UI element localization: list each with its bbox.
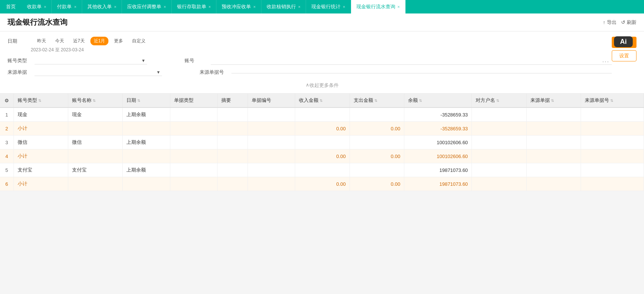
source-doc-num-input[interactable] xyxy=(231,72,612,73)
header-actions: ↑ 导出 ↺ 刷新 xyxy=(603,19,637,26)
nav-tab-receipts[interactable]: 收款单 × xyxy=(22,0,52,13)
table-cell: 上期余额 xyxy=(123,107,170,122)
table-cell: 上期余额 xyxy=(123,163,170,177)
table-cell xyxy=(170,163,217,177)
nav-tab-payments[interactable]: 付款单 × xyxy=(52,0,82,13)
table-cell xyxy=(170,122,217,136)
close-icon[interactable]: × xyxy=(164,4,166,9)
table-cell xyxy=(472,177,526,191)
export-button[interactable]: ↑ 导出 xyxy=(603,19,617,26)
th-date[interactable]: 日期⇅ xyxy=(123,94,170,107)
account-input[interactable]: ... xyxy=(211,56,612,65)
table-row[interactable]: 5支付宝支付宝上期余额19871073.60 xyxy=(0,163,644,177)
date-btn-yesterday[interactable]: 昨天 xyxy=(34,37,50,45)
date-btn-custom[interactable]: 自定义 xyxy=(129,37,149,45)
close-icon[interactable]: × xyxy=(343,4,345,9)
chevron-down-icon: ▾ xyxy=(157,69,160,75)
table-cell: 小计 xyxy=(14,149,68,163)
th-income[interactable]: 收入金额⇅ xyxy=(295,94,350,107)
table-cell xyxy=(350,163,404,177)
th-summary[interactable]: 摘要 xyxy=(217,94,248,107)
date-btn-today[interactable]: 今天 xyxy=(52,37,68,45)
sort-icon: ⇅ xyxy=(496,98,499,103)
table-cell xyxy=(295,163,350,177)
table-cell xyxy=(217,136,248,149)
nav-tab-bank-flow[interactable]: 现金银行流水查询 × xyxy=(351,0,405,13)
nav-tab-other-income[interactable]: 其他收入单 × xyxy=(82,0,122,13)
table-cell xyxy=(68,149,122,163)
export-icon: ↑ xyxy=(603,19,606,25)
sort-icon: ⇅ xyxy=(419,98,422,103)
th-account-type[interactable]: 账号类型⇅ xyxy=(14,94,68,107)
account-type-select[interactable]: ▾ xyxy=(35,57,147,64)
table-cell: 0.00 xyxy=(295,122,350,136)
filter-row-account-type: 账号类型 ▾ 账号 ... xyxy=(8,56,612,65)
table-row[interactable]: 2小计0.000.00-3528659.33 xyxy=(0,122,644,136)
nav-tab-bank-deposit[interactable]: 银行存取款单 × xyxy=(172,0,216,13)
close-icon[interactable]: × xyxy=(298,4,300,9)
th-counterpart[interactable]: 对方户名⇅ xyxy=(472,94,526,107)
table-cell xyxy=(526,122,581,136)
table-cell: 支付宝 xyxy=(14,163,68,177)
nav-tab-prepay-offset[interactable]: 预收冲应收单 × xyxy=(216,0,261,13)
refresh-button[interactable]: ↺ 刷新 xyxy=(621,19,636,26)
data-table: ⚙ 账号类型⇅ 账号名称⇅ 日期⇅ 单据类型 摘要 单据编号 收入金额⇅ 支出金… xyxy=(0,94,644,191)
th-source-doc-num[interactable]: 来源单据号⇅ xyxy=(581,94,644,107)
close-icon[interactable]: × xyxy=(74,4,76,9)
source-doc-label: 来源单据 xyxy=(8,69,27,76)
table-cell xyxy=(248,136,295,149)
th-doc-num[interactable]: 单据编号 xyxy=(248,94,295,107)
settings-button[interactable]: 设置 xyxy=(612,50,636,61)
table-cell xyxy=(68,177,122,191)
table-cell: 现金 xyxy=(14,107,68,122)
close-icon[interactable]: × xyxy=(44,4,46,9)
table-cell: 5 xyxy=(0,163,14,177)
table-cell: 微信 xyxy=(14,136,68,149)
close-icon[interactable]: × xyxy=(253,4,255,9)
table-cell: 支付宝 xyxy=(68,163,122,177)
th-source-doc[interactable]: 来源单据⇅ xyxy=(526,94,581,107)
date-range-display: 2023-02-24 至 2023-03-24 xyxy=(31,47,84,52)
date-btn-more[interactable]: 更多 xyxy=(111,37,126,45)
collapse-bar[interactable]: ∧ 收起更多条件 xyxy=(8,80,636,90)
table-cell xyxy=(581,122,644,136)
table-cell: 19871073.60 xyxy=(404,177,472,191)
nav-tab-receipt-verify[interactable]: 收款核销执行 × xyxy=(261,0,306,13)
nav-tab-ar-ap-adjust[interactable]: 应收应付调整单 × xyxy=(122,0,171,13)
date-options: 昨天 今天 近7天 近1月 更多 自定义 xyxy=(34,37,149,45)
refresh-icon: ↺ xyxy=(621,19,625,25)
account-type-label: 账号类型 xyxy=(8,57,27,64)
th-doc-type[interactable]: 单据类型 xyxy=(170,94,217,107)
table-cell xyxy=(170,107,217,122)
table-row[interactable]: 4小计0.000.00100102606.60 xyxy=(0,149,644,163)
close-icon[interactable]: × xyxy=(398,4,400,9)
table-cell: 小计 xyxy=(14,122,68,136)
table-cell xyxy=(295,107,350,122)
date-btn-7days[interactable]: 近7天 xyxy=(70,37,88,45)
th-settings[interactable]: ⚙ xyxy=(0,94,14,107)
table-cell: 0.00 xyxy=(350,122,404,136)
page-title: 现金银行流水查询 xyxy=(8,17,68,27)
date-btn-1month[interactable]: 近1月 xyxy=(90,37,109,45)
nav-tab-bank-stats[interactable]: 现金银行统计 × xyxy=(306,0,351,13)
table-row[interactable]: 6小计0.000.0019871073.60 xyxy=(0,177,644,191)
table-cell: -3528659.33 xyxy=(404,122,472,136)
top-navigation: 首页 收款单 × 付款单 × 其他收入单 × 应收应付调整单 × 银行存取款单 … xyxy=(0,0,644,13)
th-account-name[interactable]: 账号名称⇅ xyxy=(68,94,122,107)
source-doc-select[interactable]: ▾ xyxy=(35,69,162,76)
table-cell xyxy=(581,149,644,163)
th-balance[interactable]: 余额⇅ xyxy=(404,94,472,107)
table-row[interactable]: 1现金现金上期余额-3528659.33 xyxy=(0,107,644,122)
table-container: ⚙ 账号类型⇅ 账号名称⇅ 日期⇅ 单据类型 摘要 单据编号 收入金额⇅ 支出金… xyxy=(0,94,644,191)
table-row[interactable]: 3微信微信上期余额100102606.60 xyxy=(0,136,644,149)
th-expense[interactable]: 支出金额⇅ xyxy=(350,94,404,107)
sort-icon: ⇅ xyxy=(93,98,96,103)
table-cell xyxy=(581,136,644,149)
ai-assistant-button[interactable]: Ai xyxy=(614,36,633,47)
account-dots[interactable]: ... xyxy=(602,57,609,64)
close-icon[interactable]: × xyxy=(209,4,211,9)
table-cell xyxy=(526,177,581,191)
close-icon[interactable]: × xyxy=(114,4,116,9)
table-cell xyxy=(526,136,581,149)
nav-home[interactable]: 首页 xyxy=(0,0,22,13)
